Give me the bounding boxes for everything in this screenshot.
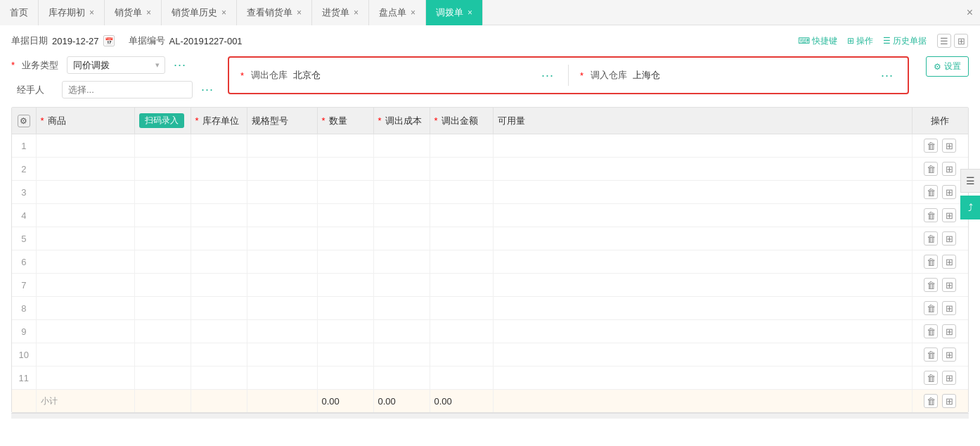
- row-spec-3[interactable]: [247, 181, 317, 204]
- row-amount-9[interactable]: [430, 320, 493, 343]
- row-goods-4[interactable]: [36, 204, 134, 227]
- warehouse-out-value[interactable]: 北京仓: [293, 69, 321, 82]
- th-gear[interactable]: ⚙: [12, 108, 36, 134]
- row-cost-5[interactable]: [373, 227, 430, 250]
- tab-purchase[interactable]: 进货单 ×: [312, 0, 369, 25]
- tab-close-sales-order[interactable]: ×: [146, 8, 151, 18]
- tab-close-view-sales[interactable]: ×: [297, 8, 302, 18]
- row-unit-5[interactable]: [191, 227, 247, 250]
- row-cost-9[interactable]: [373, 320, 430, 343]
- row-goods-9[interactable]: [36, 320, 134, 343]
- copy-row-5-button[interactable]: ⊞: [942, 231, 956, 246]
- row-goods-1[interactable]: [36, 134, 134, 158]
- row-spec-7[interactable]: [247, 274, 317, 297]
- row-cost-1[interactable]: [373, 134, 430, 158]
- tab-inventory-init[interactable]: 库存期初 ×: [39, 0, 105, 25]
- row-qty-11[interactable]: [317, 367, 373, 390]
- float-export-icon[interactable]: ⤴: [960, 196, 980, 219]
- handler-input[interactable]: [62, 81, 193, 98]
- row-spec-6[interactable]: [247, 250, 317, 274]
- row-goods-11[interactable]: [36, 367, 134, 390]
- row-goods-7[interactable]: [36, 274, 134, 297]
- delete-row-3-button[interactable]: 🗑: [924, 185, 938, 199]
- tab-close-purchase[interactable]: ×: [354, 8, 359, 18]
- row-amount-11[interactable]: [430, 367, 493, 390]
- subtotal-copy-btn[interactable]: ⊞: [942, 394, 956, 408]
- row-unit-7[interactable]: [191, 274, 247, 297]
- tab-close-sales-history[interactable]: ×: [221, 8, 226, 18]
- row-cost-11[interactable]: [373, 367, 430, 390]
- delete-row-1-button[interactable]: 🗑: [924, 139, 938, 153]
- row-amount-8[interactable]: [430, 297, 493, 320]
- row-spec-1[interactable]: [247, 134, 317, 158]
- row-goods-10[interactable]: [36, 343, 134, 367]
- horizontal-scrollbar[interactable]: [11, 413, 969, 419]
- copy-row-11-button[interactable]: ⊞: [942, 371, 956, 385]
- row-goods-5[interactable]: [36, 227, 134, 250]
- row-amount-7[interactable]: [430, 274, 493, 297]
- row-spec-2[interactable]: [247, 158, 317, 181]
- shortcut-btn[interactable]: ⌨ 快捷键: [798, 35, 837, 47]
- tab-stocktake[interactable]: 盘点单 ×: [369, 0, 426, 25]
- row-unit-9[interactable]: [191, 320, 247, 343]
- row-qty-2[interactable]: [317, 158, 373, 181]
- row-unit-3[interactable]: [191, 181, 247, 204]
- copy-row-7-button[interactable]: ⊞: [942, 278, 956, 292]
- row-amount-3[interactable]: [430, 181, 493, 204]
- copy-row-9-button[interactable]: ⊞: [942, 324, 956, 338]
- row-qty-10[interactable]: [317, 343, 373, 367]
- row-amount-1[interactable]: [430, 134, 493, 158]
- row-unit-10[interactable]: [191, 343, 247, 367]
- row-qty-9[interactable]: [317, 320, 373, 343]
- copy-row-10-button[interactable]: ⊞: [942, 348, 956, 362]
- delete-row-5-button[interactable]: 🗑: [924, 231, 938, 246]
- tab-sales-order[interactable]: 销货单 ×: [105, 0, 162, 25]
- tab-view-sales[interactable]: 查看销货单 ×: [237, 0, 312, 25]
- copy-row-1-button[interactable]: ⊞: [942, 139, 956, 153]
- copy-row-4-button[interactable]: ⊞: [942, 208, 956, 222]
- tab-transfer[interactable]: 调拨单 ×: [426, 0, 483, 25]
- warehouse-in-more-btn[interactable]: ···: [878, 68, 896, 83]
- warehouse-in-value[interactable]: 上海仓: [633, 69, 660, 82]
- row-qty-3[interactable]: [317, 181, 373, 204]
- tab-close-all-button[interactable]: ×: [960, 0, 980, 25]
- row-cost-10[interactable]: [373, 343, 430, 367]
- row-spec-4[interactable]: [247, 204, 317, 227]
- row-qty-1[interactable]: [317, 134, 373, 158]
- row-qty-4[interactable]: [317, 204, 373, 227]
- float-list-icon[interactable]: ☰: [960, 169, 980, 193]
- delete-row-11-button[interactable]: 🗑: [924, 371, 938, 385]
- row-unit-6[interactable]: [191, 250, 247, 274]
- row-qty-8[interactable]: [317, 297, 373, 320]
- row-unit-11[interactable]: [191, 367, 247, 390]
- row-amount-4[interactable]: [430, 204, 493, 227]
- row-cost-3[interactable]: [373, 181, 430, 204]
- column-settings-icon[interactable]: ⚙: [18, 115, 30, 127]
- row-qty-7[interactable]: [317, 274, 373, 297]
- copy-row-2-button[interactable]: ⊞: [942, 162, 956, 176]
- row-goods-8[interactable]: [36, 297, 134, 320]
- row-amount-2[interactable]: [430, 158, 493, 181]
- business-type-select[interactable]: 同价调拨: [67, 56, 165, 74]
- row-goods-3[interactable]: [36, 181, 134, 204]
- handler-more-btn[interactable]: ···: [198, 82, 217, 97]
- row-amount-10[interactable]: [430, 343, 493, 367]
- delete-row-4-button[interactable]: 🗑: [924, 208, 938, 222]
- warehouse-out-more-btn[interactable]: ···: [539, 68, 557, 83]
- tab-close-inventory-init[interactable]: ×: [89, 8, 94, 18]
- scan-input-button[interactable]: 扫码录入: [139, 113, 184, 128]
- row-cost-2[interactable]: [373, 158, 430, 181]
- row-amount-5[interactable]: [430, 227, 493, 250]
- row-spec-10[interactable]: [247, 343, 317, 367]
- row-cost-6[interactable]: [373, 250, 430, 274]
- row-unit-2[interactable]: [191, 158, 247, 181]
- tab-home[interactable]: 首页: [0, 0, 39, 25]
- row-qty-6[interactable]: [317, 250, 373, 274]
- row-goods-2[interactable]: [36, 158, 134, 181]
- date-value[interactable]: 2019-12-27: [52, 36, 99, 46]
- delete-row-10-button[interactable]: 🗑: [924, 348, 938, 362]
- row-spec-11[interactable]: [247, 367, 317, 390]
- delete-row-7-button[interactable]: 🗑: [924, 278, 938, 292]
- subtotal-delete-btn[interactable]: 🗑: [924, 394, 938, 408]
- copy-row-8-button[interactable]: ⊞: [942, 301, 956, 315]
